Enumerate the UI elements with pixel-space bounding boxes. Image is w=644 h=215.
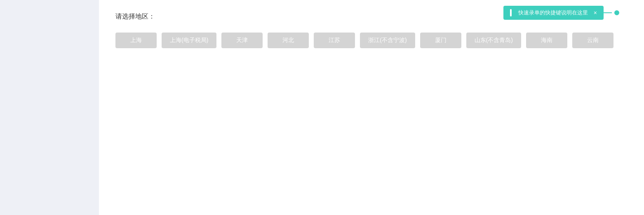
tooltip-bar: 快速录单的快捷键说明在这里 ×: [503, 6, 619, 20]
tooltip-connector: [604, 10, 619, 15]
region-button-shanghai-e[interactable]: 上海(电子税局): [162, 33, 216, 48]
tooltip-dot: [614, 10, 619, 15]
region-button-shanghai[interactable]: 上海: [115, 33, 157, 48]
region-button-zhejiang[interactable]: 浙江(不含宁波): [360, 33, 415, 48]
region-button-hainan[interactable]: 海南: [526, 33, 567, 48]
region-button-tianjin[interactable]: 天津: [221, 33, 263, 48]
tooltip-bar-accent: [510, 9, 512, 16]
region-button-xiamen[interactable]: 厦门: [420, 33, 461, 48]
tooltip-content: 快速录单的快捷键说明在这里 ×: [503, 6, 604, 20]
sidebar: [0, 0, 99, 215]
tooltip-line: [604, 12, 612, 13]
tooltip-text: 快速录单的快捷键说明在这里: [518, 9, 588, 16]
main-content: 请选择地区： 上海上海(电子税局)天津河北江苏浙江(不含宁波)厦门山东(不含青岛…: [99, 0, 644, 215]
region-button-yunnan[interactable]: 云南: [572, 33, 613, 48]
region-button-hebei[interactable]: 河北: [268, 33, 309, 48]
region-button-shandong[interactable]: 山东(不含青岛): [466, 33, 521, 48]
region-button-jiangsu[interactable]: 江苏: [314, 33, 355, 48]
tooltip-close-button[interactable]: ×: [594, 9, 597, 16]
region-grid: 上海上海(电子税局)天津河北江苏浙江(不含宁波)厦门山东(不含青岛)海南云南: [115, 33, 628, 48]
